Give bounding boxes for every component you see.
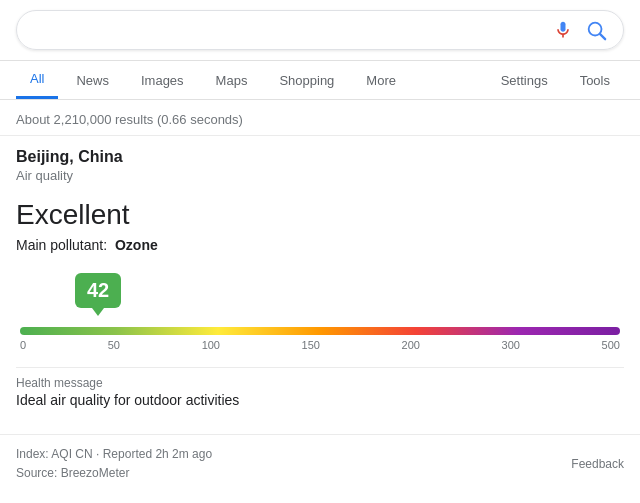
gauge-label-150: 150 xyxy=(302,339,320,351)
search-input-wrapper[interactable]: air quality beijing xyxy=(16,10,624,50)
location-subtitle: Air quality xyxy=(16,168,624,183)
gauge-bar xyxy=(20,327,620,335)
pollutant-line: Main pollutant: Ozone xyxy=(16,237,624,253)
pollutant-label: Main pollutant: xyxy=(16,237,107,253)
gauge-labels: 0 50 100 150 200 300 500 xyxy=(20,339,620,351)
gauge-label-500: 500 xyxy=(602,339,620,351)
tab-maps[interactable]: Maps xyxy=(202,63,262,98)
air-quality-rating: Excellent xyxy=(16,199,624,231)
svg-line-1 xyxy=(600,34,605,39)
search-icon[interactable] xyxy=(585,19,607,41)
health-section: Health message Ideal air quality for out… xyxy=(16,367,624,408)
gauge-label-50: 50 xyxy=(108,339,120,351)
nav-tabs: All News Images Maps Shopping More Setti… xyxy=(0,61,640,100)
tab-more[interactable]: More xyxy=(352,63,410,98)
tab-news[interactable]: News xyxy=(62,63,123,98)
gauge-label-0: 0 xyxy=(20,339,26,351)
health-message: Ideal air quality for outdoor activities xyxy=(16,392,624,408)
search-bar: air quality beijing xyxy=(0,0,640,61)
tab-images[interactable]: Images xyxy=(127,63,198,98)
gauge-label-200: 200 xyxy=(402,339,420,351)
results-count: About 2,210,000 results (0.66 seconds) xyxy=(0,100,640,136)
index-info: Index: AQI CN · Reported 2h 2m ago xyxy=(16,445,212,464)
settings-link[interactable]: Settings xyxy=(487,63,562,98)
mic-icon[interactable] xyxy=(553,20,573,40)
gauge-label-100: 100 xyxy=(202,339,220,351)
health-label: Health message xyxy=(16,376,624,390)
aqi-badge: 42 xyxy=(75,273,121,308)
tools-link[interactable]: Tools xyxy=(566,63,624,98)
tab-shopping[interactable]: Shopping xyxy=(265,63,348,98)
tab-all[interactable]: All xyxy=(16,61,58,99)
search-input[interactable]: air quality beijing xyxy=(33,21,553,39)
aqi-gauge: 42 0 50 100 150 200 300 500 xyxy=(16,273,624,351)
feedback-link[interactable]: Feedback xyxy=(571,457,624,471)
footer-info: Index: AQI CN · Reported 2h 2m ago Sourc… xyxy=(0,434,640,493)
pollutant-name: Ozone xyxy=(115,237,158,253)
aqi-indicator: 42 xyxy=(20,273,620,323)
main-content: Beijing, China Air quality Excellent Mai… xyxy=(0,136,640,434)
footer-left: Index: AQI CN · Reported 2h 2m ago Sourc… xyxy=(16,445,212,483)
gauge-label-300: 300 xyxy=(502,339,520,351)
search-icons xyxy=(553,19,607,41)
source-info: Source: BreezoMeter xyxy=(16,464,212,483)
location-title: Beijing, China xyxy=(16,148,624,166)
